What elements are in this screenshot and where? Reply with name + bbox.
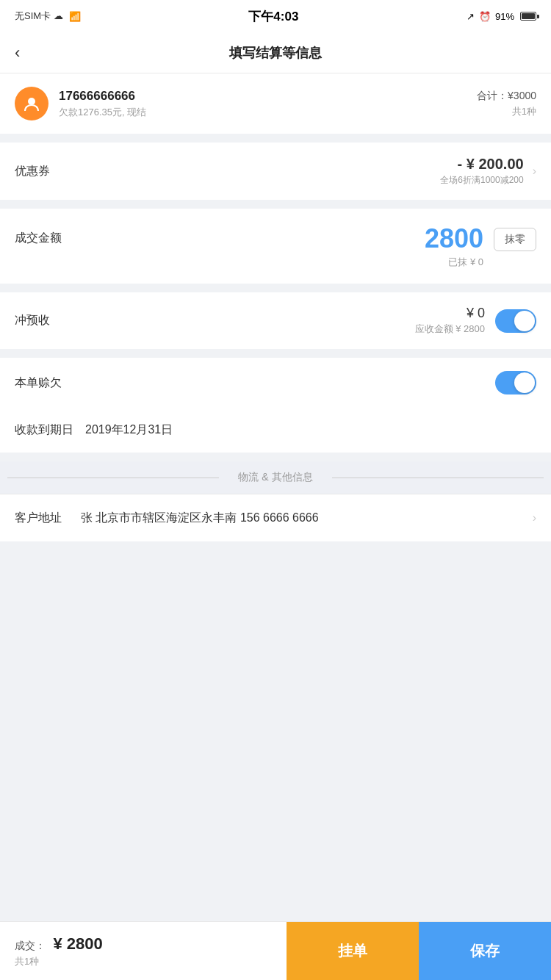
deal-amount-number: 2800: [425, 223, 483, 254]
status-bar: 无SIM卡 ☁ 📶 下午4:03 ↗ ⏰ 91%: [0, 0, 551, 32]
beidan-toggle[interactable]: [495, 371, 536, 394]
address-row[interactable]: 客户地址 张 北京市市辖区海淀区永丰南 156 6666 6666 ›: [0, 494, 551, 541]
total-count: 共1种: [477, 105, 536, 118]
address-chevron-icon: ›: [533, 511, 536, 525]
customer-total: 合计：¥3000 共1种: [477, 90, 536, 118]
customer-debt: 欠款1276.35元, 现结: [59, 106, 146, 119]
bottom-info: 成交： ¥ 2800 共1种: [0, 934, 287, 968]
coupon-section: 优惠券 - ¥ 200.00 全场6折满1000减200 ›: [0, 143, 551, 200]
deal-amount-sub: 已抹 ¥ 0: [425, 256, 483, 269]
address-label: 客户地址: [15, 511, 73, 526]
coupon-row[interactable]: 优惠券 - ¥ 200.00 全场6折满1000减200 ›: [0, 143, 551, 200]
bottom-bar: 成交： ¥ 2800 共1种 挂单 保存: [0, 921, 551, 980]
divider-1: [0, 134, 551, 143]
deal-amount-label: 成交金额: [15, 231, 62, 246]
deal-amount-row: 成交金额 2800 已抹 ¥ 0 抹零: [0, 209, 551, 284]
bottom-space: [0, 541, 551, 630]
bottom-deal-amount: ¥ 2800: [53, 934, 102, 953]
coupon-desc: 全场6折满1000减200: [440, 174, 523, 187]
due-date-value: 2019年12月31日: [85, 422, 173, 438]
coupon-right: - ¥ 200.00 全场6折满1000减200 ›: [50, 156, 536, 187]
logistics-label: 物流 & 其他信息: [238, 471, 312, 484]
back-button[interactable]: ‹: [15, 43, 20, 62]
beidan-section: 本单赊欠: [0, 358, 551, 408]
beidan-row: 本单赊欠: [0, 358, 551, 408]
chong-yushou-section: 冲预收 ¥ 0 应收金额 ¥ 2800: [0, 292, 551, 349]
due-date-row: 收款到期日 2019年12月31日: [0, 408, 551, 453]
chong-yushou-row: 冲预收 ¥ 0 应收金额 ¥ 2800: [0, 292, 551, 349]
coupon-label: 优惠券: [15, 164, 50, 179]
total-label: 合计：¥3000: [477, 90, 536, 103]
divider-line-right: [332, 478, 544, 478]
coupon-value: - ¥ 200.00 全场6折满1000减200: [440, 156, 523, 187]
battery-text: 91%: [495, 11, 514, 22]
chong-yushou-toggle[interactable]: [495, 309, 536, 333]
divider-line-left: [7, 478, 219, 478]
bottom-deal-label: 成交：: [15, 940, 46, 951]
round-zero-button[interactable]: 抹零: [494, 228, 536, 251]
nav-bar: ‹ 填写结算等信息: [0, 32, 551, 73]
status-time: 下午4:03: [248, 8, 298, 25]
divider-3: [0, 284, 551, 292]
coupon-amount: - ¥ 200.00: [440, 156, 523, 173]
no-sim-text: 无SIM卡 ☁: [15, 10, 63, 23]
yushou-top-value: ¥ 0: [415, 306, 485, 321]
coupon-chevron-icon: ›: [533, 165, 536, 178]
battery-icon: [520, 12, 536, 21]
yushou-bottom-value: 应收金额 ¥ 2800: [415, 323, 485, 336]
status-left: 无SIM卡 ☁ 📶: [15, 10, 81, 23]
content: 17666666666 欠款1276.35元, 现结 合计：¥3000 共1种 …: [0, 73, 551, 630]
customer-card: 17666666666 欠款1276.35元, 现结 合计：¥3000 共1种: [0, 73, 551, 134]
bottom-deal-count: 共1种: [15, 955, 272, 968]
alarm-icon: ⏰: [479, 11, 491, 22]
due-date-label: 收款到期日: [15, 422, 73, 438]
bottom-deal-line: 成交： ¥ 2800: [15, 934, 272, 954]
logistics-divider: 物流 & 其他信息: [0, 461, 551, 494]
customer-phone: 17666666666: [59, 89, 146, 104]
save-button[interactable]: 保存: [419, 922, 551, 981]
divider-2: [0, 200, 551, 209]
page-title: 填写结算等信息: [229, 44, 322, 62]
beidan-label: 本单赊欠: [15, 375, 62, 391]
status-right: ↗ ⏰ 91%: [467, 11, 536, 22]
chong-yushou-label: 冲预收: [15, 313, 50, 328]
wifi-icon: 📶: [69, 11, 81, 22]
hang-button[interactable]: 挂单: [287, 922, 419, 981]
customer-info: 17666666666 欠款1276.35元, 现结: [59, 89, 146, 119]
customer-left: 17666666666 欠款1276.35元, 现结: [15, 87, 146, 120]
location-icon: ↗: [467, 11, 475, 22]
divider-4: [0, 349, 551, 358]
svg-point-0: [28, 98, 35, 105]
avatar: [15, 87, 48, 120]
deal-amount-section: 成交金额 2800 已抹 ¥ 0 抹零: [0, 209, 551, 284]
divider-5: [0, 453, 551, 461]
address-value: 张 北京市市辖区海淀区永丰南 156 6666 6666: [81, 509, 525, 527]
yushou-values: ¥ 0 应收金额 ¥ 2800: [415, 306, 485, 336]
